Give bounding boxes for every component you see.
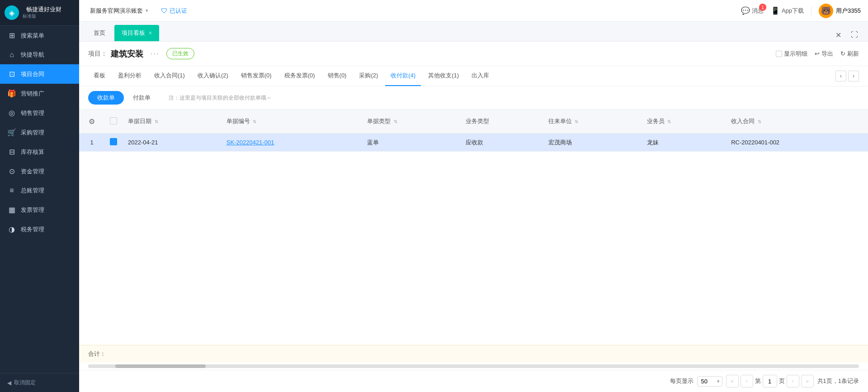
col-code-header[interactable]: 单据编号 ⇅ xyxy=(221,110,362,134)
row-code-link[interactable]: SK-20220421-001 xyxy=(226,139,274,146)
row-biz-type: 应收款 xyxy=(460,134,543,152)
sidebar-item-label-invoice: 发票管理 xyxy=(21,206,44,214)
page-nav: « ‹ 第 页 › » xyxy=(726,375,814,387)
row-check xyxy=(104,134,123,152)
scrollbar-track xyxy=(88,364,859,368)
row-date-value: 2022-04-21 xyxy=(128,139,158,146)
purchase-mgmt-icon: 🛒 xyxy=(7,128,16,137)
payment-tabs: 收款单 付款单 注：这里是与项目关联的全部收付款单哦～ xyxy=(79,86,868,110)
subtab-in-out[interactable]: 出入库 xyxy=(466,66,495,86)
col-partner-label: 往来单位 xyxy=(548,118,572,124)
subtab-tax-invoice-label: 税务发票(0) xyxy=(284,72,315,79)
app-download-action[interactable]: 📱 App下载 xyxy=(771,6,804,15)
sidebar-item-quick-nav[interactable]: ⌂ 快捷导航 xyxy=(0,45,79,64)
export-action[interactable]: ↩ 导出 xyxy=(815,50,833,58)
last-page-button[interactable]: » xyxy=(801,375,814,387)
sidebar-item-label-marketing: 营销推广 xyxy=(21,90,44,98)
export-icon: ↩ xyxy=(815,50,820,57)
col-income-contract-label: 收入合同 xyxy=(731,118,755,124)
show-detail-checkbox[interactable] xyxy=(776,51,782,57)
sidebar-item-sales-mgmt[interactable]: ◎ 销售管理 xyxy=(0,103,79,123)
tab-close-icon[interactable]: × xyxy=(149,30,152,36)
col-code-label: 单据编号 xyxy=(226,118,250,124)
subtab-income-contract-label: 收入合同(1) xyxy=(154,72,185,79)
sidebar-item-purchase-mgmt[interactable]: 🛒 采购管理 xyxy=(0,123,79,142)
payment-tab-receipt[interactable]: 收款单 xyxy=(88,91,124,105)
row-salesman: 龙妹 xyxy=(642,134,726,152)
sidebar-item-tax[interactable]: ◑ 税务管理 xyxy=(0,220,79,239)
col-income-contract-header[interactable]: 收入合同 ⇅ xyxy=(726,110,868,134)
search-menu-icon: ⊞ xyxy=(7,31,16,40)
sidebar-item-inventory[interactable]: ⊟ 库存核算 xyxy=(0,142,79,162)
pin-icon: ◀ xyxy=(7,380,11,386)
sidebar-item-label-inventory: 库存核算 xyxy=(21,148,44,156)
subtab-receipt-payment[interactable]: 收付款(4) xyxy=(385,66,421,86)
first-page-button[interactable]: « xyxy=(726,375,739,387)
subtab-income-contract[interactable]: 收入合同(1) xyxy=(149,66,190,86)
subtab-profit-label: 盈利分析 xyxy=(118,72,142,79)
subtab-tax-invoice[interactable]: 税务发票(0) xyxy=(279,66,321,86)
subtab-sales-invoice[interactable]: 销售发票(0) xyxy=(236,66,277,86)
next-page-button[interactable]: › xyxy=(787,375,799,387)
subtab-income-confirm-label: 收入确认(2) xyxy=(198,72,228,79)
subtab-other-income[interactable]: 其他收支(1) xyxy=(423,66,464,86)
sidebar-item-project-contract[interactable]: ⊡ 项目合同 xyxy=(0,64,79,84)
data-table: ⚙ 单据日期 ⇅ 单据编号 ⇅ xyxy=(79,110,868,152)
content-area: 项目： 建筑安装 ··· 已生效 显示明细 ↩ 导出 ↻ 刷新 xyxy=(79,42,868,392)
row-checkbox[interactable] xyxy=(110,138,117,145)
capital-icon: ⊙ xyxy=(7,167,16,176)
subtab-income-confirm[interactable]: 收入确认(2) xyxy=(192,66,234,86)
tax-icon: ◑ xyxy=(7,225,16,234)
tab-project-board[interactable]: 项目看板 × xyxy=(114,25,159,41)
col-biz-type-label: 业务类型 xyxy=(466,118,489,124)
prev-page-button[interactable]: ‹ xyxy=(741,375,753,387)
table-settings-icon[interactable]: ⚙ xyxy=(85,114,99,129)
sidebar-item-marketing[interactable]: 🎁 营销推广 xyxy=(0,84,79,103)
message-badge: 1 xyxy=(759,4,766,11)
account-selector[interactable]: 新服务官网演示账套 ▾ xyxy=(86,5,152,17)
topbar-divider xyxy=(811,6,811,15)
per-page-select[interactable]: 50 100 200 xyxy=(697,376,722,387)
col-partner-header[interactable]: 往来单位 ⇅ xyxy=(543,110,642,134)
sidebar-item-invoice[interactable]: ▦ 发票管理 xyxy=(0,200,79,220)
row-date: 2022-04-21 xyxy=(123,134,221,152)
select-all-checkbox[interactable] xyxy=(110,117,117,124)
subtab-nav: ‹ › xyxy=(835,71,859,81)
col-salesman-header[interactable]: 业务员 ⇅ xyxy=(642,110,726,134)
per-page-select-wrapper[interactable]: 50 100 200 xyxy=(697,376,722,387)
sidebar-item-capital[interactable]: ⊙ 资金管理 xyxy=(0,162,79,181)
message-action[interactable]: 💬 消息 1 xyxy=(741,6,764,15)
col-salesman-label: 业务员 xyxy=(647,118,665,124)
subtab-sales[interactable]: 销售(0) xyxy=(322,66,352,86)
tab-close-button[interactable]: ✕ xyxy=(832,29,844,41)
app-download-label: App下载 xyxy=(782,7,804,15)
total-pages-info: 共1页，1条记录 xyxy=(817,377,859,385)
refresh-action[interactable]: ↻ 刷新 xyxy=(840,50,859,58)
col-date-header[interactable]: 单据日期 ⇅ xyxy=(123,110,221,134)
subtab-next-button[interactable]: › xyxy=(848,71,859,81)
sidebar-item-search[interactable]: ⊞ 搜索菜单 xyxy=(0,26,79,45)
row-code: SK-20220421-001 xyxy=(221,134,362,152)
sidebar-item-label-tax: 税务管理 xyxy=(21,225,44,234)
col-type-header[interactable]: 单据类型 ⇅ xyxy=(362,110,460,134)
page-number-input[interactable] xyxy=(763,375,777,387)
payment-tab-payment[interactable]: 付款单 xyxy=(124,91,160,105)
payment-tab-receipt-label: 收款单 xyxy=(97,94,115,101)
sidebar-cancel-fixed[interactable]: ◀ 取消固定 xyxy=(0,373,79,392)
row-num-value: 1 xyxy=(90,139,93,146)
sidebar-item-ledger[interactable]: ≡ 总账管理 xyxy=(0,181,79,200)
project-name: 建筑安装 xyxy=(111,48,143,59)
user-info[interactable]: 🐻 用户3355 xyxy=(819,4,861,18)
subtab-purchase[interactable]: 采购(2) xyxy=(354,66,383,86)
show-detail-action[interactable]: 显示明细 xyxy=(776,50,807,58)
sidebar-item-label-purchase-mgmt: 采购管理 xyxy=(21,129,44,137)
tab-home[interactable]: 首页 xyxy=(86,25,113,41)
horizontal-scrollbar[interactable] xyxy=(79,363,868,370)
scrollbar-thumb[interactable] xyxy=(115,364,206,368)
subtab-kanban[interactable]: 看板 xyxy=(88,66,111,86)
project-more-button[interactable]: ··· xyxy=(151,50,159,58)
row-income-contract-value: RC-20220401-002 xyxy=(731,139,779,146)
tab-maximize-button[interactable]: ⛶ xyxy=(848,29,861,41)
subtab-prev-button[interactable]: ‹ xyxy=(835,71,846,81)
subtab-profit[interactable]: 盈利分析 xyxy=(113,66,147,86)
